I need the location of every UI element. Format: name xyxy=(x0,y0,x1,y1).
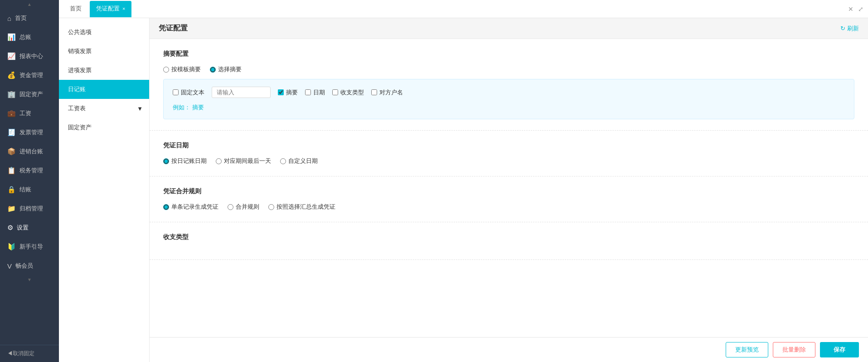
sidebar-item-assets[interactable]: 🏢 固定资产 xyxy=(0,85,59,104)
radio-summary-generate[interactable]: 按照选择汇总生成凭证 xyxy=(268,203,335,211)
radio-journal-date-input[interactable] xyxy=(163,158,169,164)
checkbox-fixed-text[interactable]: 固定文本 xyxy=(173,88,204,97)
checkbox-income-type[interactable]: 收支类型 xyxy=(332,88,364,97)
radio-template-summary[interactable]: 按模板摘要 xyxy=(163,65,201,73)
radio-custom-date[interactable]: 自定义日期 xyxy=(280,157,318,165)
payroll-icon: 💼 xyxy=(7,109,16,117)
sidebar-item-guide[interactable]: 🔰 新手引导 xyxy=(0,237,59,256)
voucher-date-radio-group: 按日记账日期 对应期间最后一天 自定义日期 xyxy=(163,157,854,165)
settings-icon: ⚙ xyxy=(7,224,13,232)
settings-content: 摘要配置 按模板摘要 选择摘要 xyxy=(150,39,868,337)
tab-home[interactable]: 首页 xyxy=(63,1,88,17)
tab-voucher-config[interactable]: 凭证配置 × xyxy=(90,1,131,17)
merge-rule-radio-group: 单条记录生成凭证 合并规则 按照选择汇总生成凭证 xyxy=(163,203,854,211)
checkbox-counterparty-input[interactable] xyxy=(371,89,377,95)
closing-icon: 🔒 xyxy=(7,186,16,194)
summary-section-title: 摘要配置 xyxy=(163,50,854,58)
page-title: 凭证配置 xyxy=(159,24,188,33)
radio-period-last[interactable]: 对应期间最后一天 xyxy=(216,157,271,165)
save-button[interactable]: 保存 xyxy=(820,342,859,357)
checkbox-summary-input[interactable] xyxy=(278,89,284,95)
merge-rule-title: 凭证合并规则 xyxy=(163,187,854,196)
nav-item-public[interactable]: 公共选项 xyxy=(59,23,149,42)
nav-item-sales[interactable]: 销项发票 xyxy=(59,42,149,61)
guide-icon: 🔰 xyxy=(7,243,16,251)
home-icon: ⌂ xyxy=(7,15,11,22)
summary-config-box: 固定文本 摘要 日期 xyxy=(163,79,854,119)
sidebar: ▲ ⌂ 首页 📊 总账 📈 报表中心 💰 资金管理 🏢 固定资产 💼 工资 🧾 … xyxy=(0,0,59,362)
refresh-icon: ↻ xyxy=(840,25,845,32)
voucher-date-section: 凭证日期 按日记账日期 对应期间最后一天 自定义日期 xyxy=(150,131,868,176)
sidebar-item-ledger[interactable]: 📊 总账 xyxy=(0,28,59,47)
summary-radio-group: 按模板摘要 选择摘要 xyxy=(163,65,854,73)
nav-item-purchase[interactable]: 进项发票 xyxy=(59,61,149,80)
radio-period-last-input[interactable] xyxy=(216,158,222,164)
sidebar-item-payroll[interactable]: 💼 工资 xyxy=(0,104,59,123)
sidebar-item-funds[interactable]: 💰 资金管理 xyxy=(0,66,59,85)
footer-bar: 更新预览 批量删除 保存 xyxy=(150,337,868,362)
radio-template-summary-input[interactable] xyxy=(163,67,169,73)
radio-select-summary[interactable]: 选择摘要 xyxy=(210,65,242,73)
assets-icon: 🏢 xyxy=(7,90,16,98)
radio-single-record[interactable]: 单条记录生成凭证 xyxy=(163,203,218,211)
radio-merge-rule[interactable]: 合并规则 xyxy=(228,203,259,211)
report-icon: 📈 xyxy=(7,52,16,60)
summary-options-row: 固定文本 摘要 日期 xyxy=(173,87,845,98)
tab-close-icon[interactable]: × xyxy=(122,6,125,11)
content-area: 凭证配置 ↻ 刷新 摘要配置 按模板摘要 xyxy=(150,18,868,362)
window-close-btn[interactable]: ✕ xyxy=(848,5,853,13)
nav-item-assets[interactable]: 固定资产 xyxy=(59,118,149,137)
summary-config-section: 摘要配置 按模板摘要 选择摘要 xyxy=(150,39,868,131)
page-container: 公共选项 销项发票 进项发票 日记账 工资表 ▼ 固定资产 凭证配置 xyxy=(59,18,868,362)
checkbox-date[interactable]: 日期 xyxy=(305,88,325,97)
voucher-date-title: 凭证日期 xyxy=(163,142,854,150)
sidebar-scroll-down[interactable]: ▼ xyxy=(0,275,59,284)
nav-arrow-payroll: ▼ xyxy=(137,105,143,112)
checkbox-fixed-text-input[interactable] xyxy=(173,89,179,95)
unpin-button[interactable]: ◀取消固定 xyxy=(0,345,59,362)
ledger-icon: 📊 xyxy=(7,33,16,41)
radio-journal-date[interactable]: 按日记账日期 xyxy=(163,157,207,165)
merge-rule-section: 凭证合并规则 单条记录生成凭证 合并规则 按照选择汇总生成凭证 xyxy=(150,176,868,222)
tab-bar: 首页 凭证配置 × ✕ ⤢ xyxy=(59,0,868,18)
example-text: 例如： 摘要 xyxy=(173,103,845,112)
sidebar-item-home[interactable]: ⌂ 首页 xyxy=(0,9,59,28)
sidebar-item-report[interactable]: 📈 报表中心 xyxy=(0,47,59,66)
sidebar-item-archive[interactable]: 📁 归档管理 xyxy=(0,199,59,218)
sidebar-item-member[interactable]: V 畅会员 xyxy=(0,256,59,275)
fixed-text-input[interactable] xyxy=(212,87,271,98)
archive-icon: 📁 xyxy=(7,205,16,213)
sidebar-item-closing[interactable]: 🔒 结账 xyxy=(0,180,59,199)
sidebar-item-invoice[interactable]: 🧾 发票管理 xyxy=(0,123,59,142)
main-area: 首页 凭证配置 × ✕ ⤢ 公共选项 销项发票 进项发票 日记账 xyxy=(59,0,868,362)
nav-item-payroll[interactable]: 工资表 ▼ xyxy=(59,99,149,118)
income-type-title: 收支类型 xyxy=(163,233,854,241)
checkbox-date-input[interactable] xyxy=(305,89,311,95)
checkbox-summary[interactable]: 摘要 xyxy=(278,88,298,97)
radio-single-record-input[interactable] xyxy=(163,204,169,210)
tax-icon: 📋 xyxy=(7,166,16,175)
member-icon: V xyxy=(7,262,12,270)
window-controls: ✕ ⤢ xyxy=(848,5,863,13)
left-nav: 公共选项 销项发票 进项发票 日记账 工资表 ▼ 固定资产 xyxy=(59,18,150,362)
sidebar-item-purchase[interactable]: 📦 进销台账 xyxy=(0,142,59,161)
batch-delete-button[interactable]: 批量删除 xyxy=(773,342,815,357)
page-header: 凭证配置 ↻ 刷新 xyxy=(150,18,868,39)
invoice-icon: 🧾 xyxy=(7,128,16,137)
radio-custom-date-input[interactable] xyxy=(280,158,286,164)
refresh-button[interactable]: ↻ 刷新 xyxy=(840,24,859,33)
purchase-icon: 📦 xyxy=(7,147,16,156)
window-expand-btn[interactable]: ⤢ xyxy=(858,5,863,13)
radio-merge-rule-input[interactable] xyxy=(228,204,233,210)
checkbox-counterparty[interactable]: 对方户名 xyxy=(371,88,403,97)
radio-summary-generate-input[interactable] xyxy=(268,204,274,210)
update-preview-button[interactable]: 更新预览 xyxy=(726,342,768,357)
checkbox-income-type-input[interactable] xyxy=(332,89,338,95)
income-type-section: 收支类型 xyxy=(150,222,868,260)
nav-item-journal[interactable]: 日记账 xyxy=(59,80,149,99)
radio-select-summary-input[interactable] xyxy=(210,67,216,73)
sidebar-item-tax[interactable]: 📋 税务管理 xyxy=(0,161,59,180)
sidebar-item-settings[interactable]: ⚙ 设置 xyxy=(0,218,59,237)
sidebar-scroll-up[interactable]: ▲ xyxy=(0,0,59,9)
funds-icon: 💰 xyxy=(7,71,16,79)
